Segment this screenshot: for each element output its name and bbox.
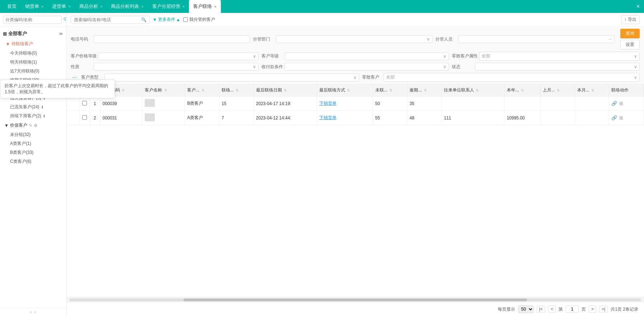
retail-attr-select[interactable]: 全部 ∨ [479, 52, 640, 61]
tab-customer-contact[interactable]: 客户联络 × [189, 0, 221, 13]
filter-manager: 分管人员 ··· [435, 35, 615, 43]
sidebar-content: ⊞ 全部客户 ≫ ▼ 待联络客户 今天待联络(0) 明天待联络(1) 近7天待联… [0, 27, 66, 308]
row-this-month [575, 111, 609, 125]
filter-retail-attr: 零散客户属性 全部 ∨ [452, 52, 640, 61]
gender-select[interactable]: ∨ [94, 63, 259, 71]
close-sales-icon[interactable]: × [41, 4, 43, 9]
phone-input[interactable] [94, 35, 250, 43]
sidebar-item-tomorrow[interactable]: 明天待联络(1) [0, 58, 66, 67]
contact-method-link[interactable]: 下销货单 [319, 101, 337, 106]
sidebar-pending-contact-section[interactable]: ▼ 待联络客户 [0, 39, 66, 49]
this-month-col-header[interactable]: 本月... ⇅ [575, 84, 609, 96]
page-input[interactable] [566, 306, 579, 313]
export-button[interactable]: ↑ 导出 [621, 15, 640, 24]
overdue-col-header[interactable]: 逾期... ⇅ [407, 84, 442, 96]
main-search-input[interactable] [74, 17, 140, 22]
row-checkbox[interactable] [82, 101, 87, 105]
sidebar-search-input[interactable] [3, 16, 62, 24]
close-purchase-icon[interactable]: × [68, 4, 70, 9]
manager-select[interactable]: ··· [458, 35, 615, 43]
tab-customer-tier[interactable]: 客户分层经营 × [148, 0, 189, 13]
payment-select[interactable]: ∨ [284, 63, 449, 71]
row-menu-icon[interactable]: ⊞ [619, 101, 623, 106]
settings-icon-sidebar[interactable]: ⚙ [34, 123, 38, 128]
customer-type-select[interactable]: ∨ [104, 74, 359, 81]
contact-col-header[interactable]: 联络... ⇅ [219, 84, 254, 96]
sidebar-item-class-b[interactable]: B类客户(33) [0, 148, 66, 157]
sidebar-item-today[interactable]: 今天待联络(0) [0, 49, 66, 58]
prev-page-btn[interactable]: < [548, 306, 556, 313]
sidebar-collapse-icon[interactable]: ≫ [59, 32, 63, 36]
sidebar-item-class-a[interactable]: A类客户(1) [0, 139, 66, 148]
sidebar-item-churned[interactable]: 已流失客户(24) ℹ [0, 103, 66, 112]
row-menu-icon[interactable]: ⊞ [619, 115, 623, 121]
sort-icon7: ⇅ [389, 88, 392, 92]
my-customers-checkbox-area[interactable]: 我分管的客户 [183, 16, 215, 23]
sidebar-item-class-c[interactable]: C类客户(6) [0, 157, 66, 166]
tab-analysis[interactable]: 商品分析 × [75, 0, 107, 13]
settings-button[interactable]: 设置 [620, 40, 640, 49]
close-analysis-icon[interactable]: × [100, 4, 102, 9]
tab-sales[interactable]: 销货单 × [21, 0, 48, 13]
sidebar-value-customers-section[interactable]: ▼ 价值客户 ✎ ⚙ [0, 121, 66, 130]
close-customer-contact-icon[interactable]: × [214, 4, 216, 9]
per-page-label: 每页显示 [498, 306, 515, 312]
row-contact: 7 [219, 111, 254, 125]
last-contact-date-col-header[interactable]: 最后联络日期 ⇅ [254, 84, 317, 96]
top-nav: 首页 销货单 × 进货单 × 商品分析 × 商品分析列表 × 客户分层经营 × … [0, 0, 644, 13]
next-page-btn[interactable]: > [589, 306, 596, 313]
this-year-col-header[interactable]: 本年... ⇅ [504, 84, 540, 96]
type-col-header[interactable]: 客户... ⇅ [185, 84, 219, 96]
table-row: 1 000039 B类客户 15 2023-04-17 14:19: 下销货单 … [66, 96, 644, 111]
close-all-tabs-icon[interactable]: × [636, 3, 640, 10]
sort-icon11: ⇅ [557, 88, 560, 92]
sidebar-search-icon[interactable]: 🔍 [63, 17, 66, 22]
total-label: 共1页 2条记录 [611, 306, 638, 312]
row-contact: 15 [219, 96, 254, 111]
query-button[interactable]: 查询 [620, 29, 640, 38]
last-contact-method-col-header[interactable]: 最后联络方式 ⇅ [317, 84, 373, 96]
unit-contact-col-header[interactable]: 往来单位联系人 ⇅ [441, 84, 504, 96]
row-last-contact-date: 2023-04-12 14:44: [254, 111, 317, 125]
status-select[interactable]: ∨ [475, 63, 640, 71]
main-search-icon[interactable]: 🔍 [141, 17, 147, 22]
customer-tier-select[interactable]: ∨ [284, 52, 449, 60]
row-this-year [504, 96, 540, 111]
close-customer-tier-icon[interactable]: × [182, 4, 185, 9]
horizontal-scrollbar[interactable] [66, 297, 644, 302]
close-analysis-list-icon[interactable]: × [141, 4, 143, 9]
retail-customer-select[interactable]: 全部 ∨ [384, 73, 640, 82]
sidebar-left-arrow[interactable]: ‹ [30, 310, 32, 315]
first-page-btn[interactable]: |< [537, 306, 545, 313]
row-actions: 🔗 ⊞ [609, 96, 644, 111]
row-settings [66, 96, 79, 111]
tab-purchase[interactable]: 进货单 × [48, 0, 75, 13]
row-link-icon[interactable]: 🔗 [611, 115, 617, 121]
dept-select[interactable]: ∨ [276, 35, 432, 43]
last-page-btn[interactable]: >| [599, 306, 608, 313]
last-month-col-header[interactable]: 上月... ⇅ [540, 84, 575, 96]
price-tier-select[interactable]: ∨ [98, 52, 259, 60]
sidebar-item-unclassified[interactable]: 未分组(32) [0, 130, 66, 139]
name-col-header[interactable]: 客户名称 ⇅ [143, 84, 185, 96]
sidebar-all-customers[interactable]: ⊞ 全部客户 ≫ [0, 28, 66, 39]
row-type: A类客户 [185, 111, 219, 125]
sidebar-right-arrow[interactable]: › [34, 310, 36, 315]
row-checkbox-cell [79, 96, 89, 111]
tab-analysis-list[interactable]: 商品分析列表 × [107, 0, 148, 13]
my-customers-checkbox[interactable] [183, 17, 188, 22]
edit-icon[interactable]: ✎ [29, 123, 32, 128]
row-overdue: 48 [407, 111, 442, 125]
row-checkbox[interactable] [82, 115, 87, 120]
sidebar-item-7days[interactable]: 近7天待联络(0) [0, 67, 66, 76]
per-page-select[interactable]: 50 [518, 305, 534, 313]
pending-col-header[interactable]: 未联... ⇅ [373, 84, 407, 96]
filter-customer-type: 客户类型 ∨ [81, 74, 359, 81]
sidebar-item-declining[interactable]: 持续下滑客户(2) ℹ [0, 112, 66, 121]
row-link-icon[interactable]: 🔗 [611, 101, 617, 106]
contact-method-link[interactable]: 下销货单 [319, 115, 337, 120]
sort-icon3: ⇅ [201, 88, 204, 92]
more-conditions-btn[interactable]: ▼ 更多条件 ▲ [153, 16, 180, 23]
chevron-up-icon: ▲ [176, 17, 180, 22]
tab-home[interactable]: 首页 [3, 0, 21, 13]
